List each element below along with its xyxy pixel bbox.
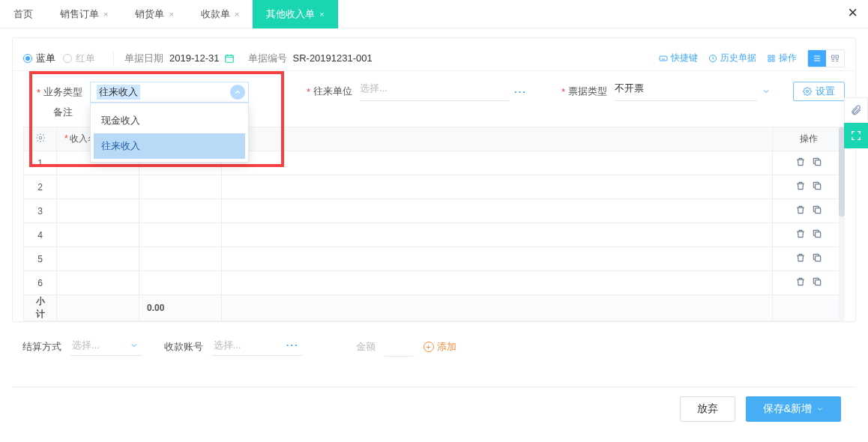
chevron-down-icon bbox=[816, 405, 824, 413]
form-row: *业务类型 往来收入 现金收入 往来收入 *往来单位 选择... ··· *票据… bbox=[13, 71, 855, 106]
keyboard-icon bbox=[659, 54, 668, 63]
history-icon bbox=[708, 54, 717, 63]
sn-label: 单据编号 bbox=[248, 52, 287, 65]
method-select[interactable]: 选择... bbox=[70, 339, 142, 356]
note-label: 备注 bbox=[53, 106, 73, 119]
delete-row-icon[interactable] bbox=[795, 276, 806, 287]
window-close-icon[interactable]: × bbox=[848, 4, 858, 21]
grid-icon bbox=[767, 54, 776, 63]
svg-rect-16 bbox=[815, 280, 820, 285]
delete-row-icon[interactable] bbox=[795, 228, 806, 239]
list-view-button[interactable] bbox=[808, 50, 826, 67]
svg-rect-0 bbox=[225, 55, 233, 61]
settlement-row: 结算方式 选择... 收款账号 选择... ··· 金额 +添加 bbox=[12, 322, 856, 387]
card-view-button[interactable] bbox=[826, 50, 844, 67]
table-row[interactable]: 6 bbox=[24, 271, 845, 295]
svg-point-9 bbox=[807, 91, 809, 93]
gear-icon[interactable] bbox=[35, 133, 46, 143]
svg-rect-11 bbox=[815, 160, 820, 166]
copy-row-icon[interactable] bbox=[812, 228, 822, 239]
table-row[interactable]: 5 bbox=[24, 247, 845, 271]
view-toggle bbox=[807, 49, 845, 67]
svg-rect-5 bbox=[768, 59, 771, 61]
fullscreen-button[interactable] bbox=[844, 123, 868, 148]
svg-rect-15 bbox=[815, 256, 820, 261]
method-label: 结算方式 bbox=[22, 340, 61, 354]
table-row[interactable]: 4 bbox=[24, 223, 845, 247]
paperclip-icon bbox=[850, 104, 862, 116]
svg-rect-14 bbox=[815, 232, 820, 237]
svg-rect-3 bbox=[768, 55, 771, 58]
copy-row-icon[interactable] bbox=[812, 157, 822, 167]
tab-receipt[interactable]: 收款单× bbox=[187, 0, 253, 28]
tab-delivery[interactable]: 销货单× bbox=[121, 0, 187, 28]
radio-red[interactable]: 红单 bbox=[63, 52, 95, 65]
subtotal-label: 小计 bbox=[24, 295, 57, 321]
copy-row-icon[interactable] bbox=[812, 205, 822, 215]
add-button[interactable]: +添加 bbox=[424, 340, 456, 354]
svg-rect-4 bbox=[772, 55, 774, 58]
chevron-down-icon bbox=[130, 341, 139, 350]
date-value[interactable]: 2019-12-31 bbox=[169, 52, 220, 64]
doc-header: 蓝单 红单 单据日期 2019-12-31 单据编号 SR-20191231-0… bbox=[13, 46, 855, 71]
amount-label: 金额 bbox=[356, 340, 376, 354]
col-index bbox=[24, 127, 57, 151]
date-label: 单据日期 bbox=[124, 52, 163, 65]
copy-row-icon[interactable] bbox=[812, 252, 822, 263]
footer-bar: 放弃 保存&新增 bbox=[12, 387, 856, 430]
copy-row-icon[interactable] bbox=[812, 181, 822, 191]
tab-bar: 首页 销售订单× 销货单× 收款单× 其他收入单× × bbox=[0, 0, 868, 28]
calendar-icon[interactable] bbox=[224, 53, 235, 64]
settings-button[interactable]: 设置 bbox=[793, 82, 845, 101]
account-label: 收款账号 bbox=[164, 340, 203, 354]
corp-more-icon[interactable]: ··· bbox=[514, 86, 527, 97]
delete-row-icon[interactable] bbox=[795, 205, 806, 215]
corp-label: 往来单位 bbox=[313, 85, 352, 98]
close-icon[interactable]: × bbox=[235, 10, 239, 19]
svg-rect-1 bbox=[660, 56, 667, 61]
col-note: 备注 bbox=[222, 127, 773, 151]
tab-home[interactable]: 首页 bbox=[0, 0, 46, 28]
expand-icon bbox=[850, 130, 862, 142]
close-icon[interactable]: × bbox=[169, 10, 173, 19]
option-cash[interactable]: 现金收入 bbox=[94, 108, 245, 133]
operate-link[interactable]: 操作 bbox=[767, 52, 797, 64]
svg-rect-7 bbox=[832, 55, 835, 58]
history-link[interactable]: 历史单据 bbox=[708, 52, 756, 64]
subtotal-amount: 0.00 bbox=[139, 295, 222, 321]
close-icon[interactable]: × bbox=[319, 10, 324, 19]
shortcut-link[interactable]: 快捷键 bbox=[659, 52, 698, 64]
more-icon[interactable]: ··· bbox=[286, 339, 299, 351]
biz-type-label: 业务类型 bbox=[43, 85, 82, 99]
table-row[interactable]: 2 bbox=[24, 175, 845, 199]
option-contact[interactable]: 往来收入 bbox=[94, 133, 245, 159]
tab-sales-order[interactable]: 销售订单× bbox=[46, 0, 121, 28]
invoice-label: 票据类型 bbox=[568, 85, 607, 98]
chevron-down-icon[interactable] bbox=[762, 87, 771, 96]
copy-row-icon[interactable] bbox=[812, 276, 822, 287]
svg-rect-6 bbox=[772, 59, 774, 61]
svg-point-10 bbox=[39, 136, 42, 139]
delete-row-icon[interactable] bbox=[795, 181, 806, 191]
svg-rect-12 bbox=[815, 184, 820, 190]
sn-value: SR-20191231-001 bbox=[293, 52, 373, 64]
invoice-select[interactable]: 不开票 bbox=[615, 82, 757, 101]
delete-row-icon[interactable] bbox=[795, 157, 806, 167]
radio-blue[interactable]: 蓝单 bbox=[23, 52, 55, 65]
tab-other-income[interactable]: 其他收入单× bbox=[253, 0, 337, 28]
discard-button[interactable]: 放弃 bbox=[680, 396, 735, 422]
corp-input[interactable]: 选择... bbox=[360, 82, 510, 101]
table-scrollbar[interactable] bbox=[839, 127, 845, 321]
attachment-button[interactable] bbox=[844, 97, 868, 123]
side-rail bbox=[844, 97, 868, 148]
close-icon[interactable]: × bbox=[103, 10, 108, 19]
delete-row-icon[interactable] bbox=[795, 252, 806, 263]
account-select[interactable]: 选择... ··· bbox=[212, 339, 302, 356]
save-new-button[interactable]: 保存&新增 bbox=[746, 396, 841, 422]
svg-rect-8 bbox=[836, 55, 839, 58]
gear-icon bbox=[803, 87, 812, 96]
biz-type-select[interactable]: 往来收入 现金收入 往来收入 bbox=[90, 82, 249, 103]
table-row[interactable]: 3 bbox=[24, 199, 845, 223]
chevron-up-icon[interactable] bbox=[230, 85, 245, 100]
biz-type-dropdown: 现金收入 往来收入 bbox=[90, 103, 249, 163]
